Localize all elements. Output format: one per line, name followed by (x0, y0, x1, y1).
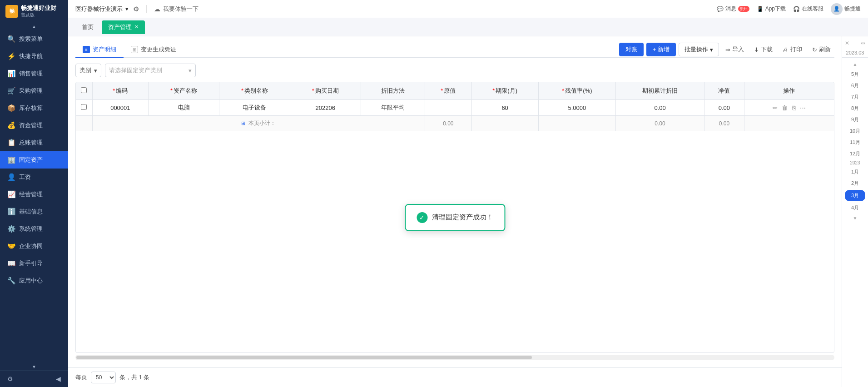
subtotal-row: ⊞ 本页小计： 0.00 0.00 0.00 (76, 116, 834, 131)
refresh-button[interactable]: ↻ 刷新 (808, 43, 834, 56)
sub-tab-generate-voucher[interactable]: ⊞ 变更生成凭证 (124, 42, 184, 58)
messages-label: 消息 (725, 5, 736, 13)
print-button[interactable]: 🖨 打印 (779, 43, 806, 56)
sidebar-item-inventory[interactable]: 📦 库存核算 (0, 99, 68, 117)
tab-asset-management[interactable]: 资产管理 ✕ (102, 20, 145, 34)
purchase-icon: 🛒 (7, 87, 15, 95)
timeline-9[interactable]: 9月 (842, 114, 868, 125)
subtotal-period (471, 116, 538, 131)
topbar-user[interactable]: 👤 畅捷通 (831, 3, 861, 15)
pagination: 每页 50 20 100 条，共 1 条 (68, 367, 842, 387)
tab-asset-label: 资产管理 (108, 23, 132, 31)
timeline-8[interactable]: 8月 (842, 103, 868, 114)
timeline-4[interactable]: 4月 (842, 202, 868, 213)
username-label: 畅捷通 (844, 5, 861, 13)
sidebar-item-label: 经营管理 (19, 190, 43, 198)
tab-home[interactable]: 首页 (75, 20, 100, 34)
per-page-select[interactable]: 50 20 100 (91, 372, 116, 383)
download-button[interactable]: ⬇ 下载 (750, 43, 776, 56)
sidebar-logo: 畅 畅捷通好业财 普及版 (0, 0, 68, 23)
timeline-5[interactable]: 5月 (842, 69, 868, 80)
topbar-messages[interactable]: 💬 消息 99+ (717, 5, 749, 13)
ledger-icon: 📋 (7, 139, 15, 147)
table-section: *编码 *资产名称 *类别名称 *购买日期 折旧方法 *原值 *期限(月) *残… (75, 82, 834, 353)
app-center-icon: 🔧 (7, 277, 15, 285)
timeline-12[interactable]: 12月 (842, 148, 868, 159)
topbar-online-service[interactable]: 🎧 在线客服 (793, 5, 823, 13)
timeline-nav-up[interactable]: ▲ (851, 60, 860, 69)
sidebar-item-label: 企业协同 (19, 242, 43, 250)
timeline-7[interactable]: 7月 (842, 91, 868, 103)
sidebar-item-collaboration[interactable]: 🤝 企业协同 (0, 238, 68, 255)
timeline-11[interactable]: 11月 (842, 137, 868, 148)
th-period: *期限(月) (471, 82, 538, 100)
category-type-select[interactable]: 类别 ▾ (75, 64, 101, 77)
reconcile-button[interactable]: 对账 (619, 43, 644, 56)
row-checkbox[interactable] (81, 104, 87, 110)
delete-icon[interactable]: 🗑 (782, 104, 788, 111)
sidebar-item-app-center[interactable]: 🔧 应用中心 (0, 272, 68, 289)
timeline-10[interactable]: 10月 (842, 125, 868, 137)
new-button[interactable]: + 新增 (646, 43, 676, 56)
sidebar-item-finance[interactable]: 💰 资金管理 (0, 117, 68, 134)
finance-icon: 💰 (7, 121, 15, 129)
th-operation: 操作 (744, 82, 834, 100)
expand-right-icon[interactable]: ⇔ (861, 40, 865, 46)
category-placeholder: 请选择固定资产类别 (109, 66, 162, 74)
topbar-app-download[interactable]: 📱 App下载 (757, 5, 786, 13)
sidebar-item-search[interactable]: 🔍 搜索菜单 (0, 30, 68, 48)
inventory-icon: 📦 (7, 104, 15, 112)
sub-tab-asset-detail[interactable]: ≡ 资产明细 (75, 42, 124, 58)
success-toast: ✓ 清理固定资产成功！ (405, 204, 505, 231)
sidebar-nav: 🔍 搜索菜单 ⚡ 快捷导航 📊 销售管理 🛒 采购管理 📦 库存核算 💰 资金管… (0, 30, 68, 363)
sidebar-item-fixed-assets[interactable]: 🏢 固定资产 (0, 151, 68, 169)
select-all-checkbox[interactable] (81, 87, 87, 93)
sidebar-item-sales[interactable]: 📊 销售管理 (0, 65, 68, 82)
sidebar-item-basic-info[interactable]: ℹ️ 基础信息 (0, 203, 68, 220)
import-icon: ⇒ (725, 46, 730, 53)
asset-table: *编码 *资产名称 *类别名称 *购买日期 折旧方法 *原值 *期限(月) *残… (76, 82, 834, 131)
timeline-3-current[interactable]: 3月 (845, 190, 865, 201)
copy-icon[interactable]: ⎘ (792, 104, 796, 111)
import-button[interactable]: ⇒ 导入 (722, 43, 748, 56)
scrollbar-thumb[interactable] (76, 356, 532, 359)
timeline-1[interactable]: 1月 (842, 166, 868, 178)
sidebar-item-payroll[interactable]: 👤 工资 (0, 169, 68, 186)
print-icon: 🖨 (783, 46, 789, 53)
sidebar-item-ledger[interactable]: 📋 总账管理 (0, 134, 68, 151)
operations-icon: 📈 (7, 190, 15, 198)
subtotal-original: 0.00 (425, 116, 472, 131)
sidebar-scroll-down[interactable]: ▼ (0, 363, 68, 370)
logo-icon: 畅 (5, 5, 18, 18)
topbar-company[interactable]: 医疗器械行业演示 ▾ (75, 5, 129, 13)
more-icon[interactable]: ⋯ (800, 104, 806, 111)
right-panel-top: ✕ ⇔ (842, 38, 868, 48)
sidebar-item-operations[interactable]: 📈 经营管理 (0, 186, 68, 203)
sidebar-item-guide[interactable]: 📖 新手引导 (0, 255, 68, 272)
voucher-icon: ⊞ (131, 46, 138, 53)
right-panel: ✕ ⇔ 2023.03 ▲ 5月 6月 7月 8月 9月 10月 11月 12月… (842, 36, 868, 387)
sub-tab-asset-detail-label: 资产明细 (93, 45, 116, 54)
timeline-nav-down[interactable]: ▼ (851, 213, 860, 223)
tab-close-icon[interactable]: ✕ (134, 24, 139, 30)
logo-text: 畅捷通好业财 (21, 5, 56, 12)
collapse-icon[interactable]: ◀ (56, 375, 61, 382)
experience-text: 我要体验一下 (163, 5, 198, 13)
timeline-6[interactable]: 6月 (842, 80, 868, 91)
edit-icon[interactable]: ✏ (773, 104, 778, 111)
sidebar-item-system[interactable]: ⚙️ 系统管理 (0, 220, 68, 238)
sidebar-item-purchase[interactable]: 🛒 采购管理 (0, 82, 68, 99)
settings-icon[interactable]: ⚙ (7, 375, 13, 382)
topbar-experience[interactable]: ☁ 我要体验一下 (154, 5, 198, 13)
category-value-select[interactable]: 请选择固定资产类别 ▾ (105, 64, 196, 77)
sidebar-scroll-up[interactable]: ▲ (0, 23, 68, 30)
collapse-right-icon[interactable]: ✕ (845, 40, 849, 46)
sidebar-item-quick-nav[interactable]: ⚡ 快捷导航 (0, 48, 68, 65)
category-type-label: 类别 (79, 66, 91, 74)
horizontal-scrollbar[interactable] (75, 355, 834, 360)
batch-button[interactable]: 批量操作 ▾ (679, 43, 719, 56)
gear-icon[interactable]: ⚙ (133, 5, 139, 13)
toast-overlay: ✓ 清理固定资产成功！ (405, 204, 505, 231)
asset-detail-icon: ≡ (83, 46, 90, 53)
timeline-2[interactable]: 2月 (842, 178, 868, 189)
